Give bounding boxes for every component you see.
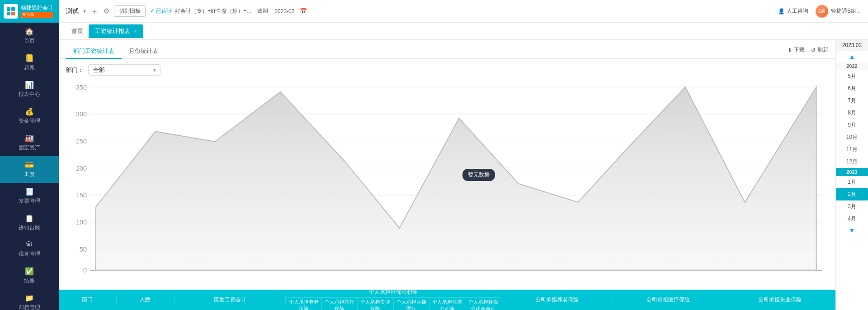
date-month-dec[interactable]: 12月 [836,156,868,168]
sidebar-item-label: 进销台账 [19,224,40,232]
date-month-oct[interactable]: 10月 [836,131,868,143]
subtab-dept[interactable]: 部门工资统计表 [66,44,122,59]
sidebar-item-label: 固定资产 [19,144,40,152]
tax-icon: 🏛 [26,241,33,249]
col-group-personal: 个人承担社保公积金 个人承担养老保险 个人承担医疗保险 个人承担失业保险 个人承… [286,287,501,310]
period-label: 账期 [257,7,268,15]
topbar: 测试 ▾ ＋ ⚙ 切到旧板 ✓ 已认证 好会计（专）+好生意（标）+... 账期… [59,0,868,23]
dept-select-wrapper: 全部 研发部 市场部 人事部 财务部 [88,64,160,76]
svg-text:300: 300 [76,110,87,118]
switch-view-button[interactable]: 切到旧板 [114,5,146,17]
date-month-jun[interactable]: 6月 [836,82,868,95]
table-footer: 部门 人数 应发工资合计 个人承担社保公积金 个人承担养老保险 个人承担医疗 [59,290,835,310]
date-month-jul[interactable]: 7月 [836,95,868,107]
tab-home[interactable]: 首页 [66,24,89,39]
refresh-button[interactable]: ↺ 刷新 [811,46,828,54]
sidebar-item-label: 发票管理 [19,197,40,205]
svg-text:50: 50 [80,246,87,253]
sidebar-item-funds[interactable]: 💰 资金管理 [0,103,59,129]
svg-text:0: 0 [83,267,87,274]
assets-icon: 🏭 [25,134,34,143]
date-year-2022: 2022 [836,62,868,70]
sidebar-item-settle[interactable]: ✅ 结账 [0,262,59,289]
sidebar-item-label: 资金管理 [19,117,40,125]
download-icon: ⬇ [788,47,792,53]
date-month-apr[interactable]: 4月 [836,213,868,225]
sidebar-item-ledger[interactable]: 📒 总账 [0,49,59,76]
add-button[interactable]: ＋ [90,6,99,17]
calendar-icon[interactable]: 📅 [300,8,307,14]
user-avatar: CE [816,5,828,18]
dropdown-arrow-icon[interactable]: ▾ [83,8,86,14]
sidebar-item-tax[interactable]: 🏛 税务管理 [0,236,59,262]
logo-icon [4,4,18,19]
subtab-monthly[interactable]: 月份统计表 [122,44,165,59]
service-button[interactable]: 👤 人工咨询 [778,7,808,15]
date-month-may[interactable]: 5月 [836,70,868,82]
invoice-icon: 🧾 [25,187,34,196]
topbar-title: 测试 [66,7,79,15]
svg-text:200: 200 [76,165,87,172]
col-total-salary: 应发工资合计 [175,296,286,304]
tab-label: 工资统计报表 [95,27,130,35]
tabbar: 首页 工资统计报表 × [59,23,868,40]
settings-gear-icon[interactable]: ⚙ [103,7,109,15]
sidebar-item-label: 总账 [24,64,35,72]
sidebar-item-reports[interactable]: 📊 报表中心 [0,76,59,103]
subtab-actions: ⬇ 下载 ↺ 刷新 [788,46,828,57]
sidebar-item-label: 税务管理 [19,250,40,258]
date-month-aug[interactable]: 8月 [836,107,868,119]
archive-icon: 📁 [25,294,34,302]
sales-icon: 📋 [25,214,34,223]
col-company-pension: 公司承担养老保险 [501,296,613,304]
date-month-mar[interactable]: 3月 [836,200,868,213]
svg-text:150: 150 [76,191,87,199]
tab-salary-report[interactable]: 工资统计报表 × [89,24,143,38]
date-nav-down-button[interactable]: ▼ [836,225,868,236]
date-month-jan[interactable]: 1月 [836,176,868,188]
col-medical: 个人承担医疗保险 [322,298,358,310]
sidebar-item-invoice[interactable]: 🧾 发票管理 [0,183,59,210]
date-month-sep[interactable]: 9月 [836,119,868,131]
col-group-cells: 个人承担养老保险 个人承担医疗保险 个人承担失业保险 个人承担大额医疗 个人承担 [286,298,500,310]
date-nav-up-button[interactable]: ▲ [836,51,868,62]
download-button[interactable]: ⬇ 下载 [788,46,805,54]
date-month-nov[interactable]: 11月 [836,143,868,156]
salary-chart: 350 300 250 200 150 100 50 0 [66,81,828,285]
svg-text:250: 250 [76,138,87,145]
chart-area: 350 300 250 200 150 100 50 0 [59,81,835,290]
filter-bar: 部门： 全部 研发部 市场部 人事部 财务部 [59,59,835,81]
col-unemployment: 个人承担失业保险 [358,298,393,310]
content-wrapper: 部门工资统计表 月份统计表 ⬇ 下载 ↺ 刷新 [59,40,868,310]
sidebar-item-label: 工资 [24,171,35,178]
sidebar-item-label: 结账 [24,277,35,285]
sidebar-nav: 🏠 首页 📒 总账 📊 报表中心 💰 资金管理 🏭 固定资产 💳 工资 🧾 发票… [0,23,59,310]
svg-rect-2 [7,12,10,15]
svg-rect-3 [11,12,15,15]
tab-close-icon[interactable]: × [134,28,137,34]
user-profile[interactable]: CE 轻捷通B组... [816,5,861,18]
sidebar-item-sales[interactable]: 📋 进销台账 [0,210,59,236]
sidebar-item-label: 归档管理 [19,304,40,310]
sidebar-item-assets[interactable]: 🏭 固定资产 [0,129,59,156]
sidebar-item-archive[interactable]: 📁 归档管理 [0,289,59,310]
svg-rect-0 [7,7,10,11]
date-sidebar-header: 2023.02 [836,40,868,51]
col-pension: 个人承担养老保险 [286,298,321,310]
topbar-badges: ✓ 已认证 好会计（专）+好生意（标）+... [150,7,251,15]
svg-marker-20 [96,87,816,270]
sidebar: 畅捷通好会计 专业版 🏠 首页 📒 总账 📊 报表中心 💰 资金管理 🏭 固定资… [0,0,59,310]
main-area: 测试 ▾ ＋ ⚙ 切到旧板 ✓ 已认证 好会计（专）+好生意（标）+... 账期… [59,0,868,310]
col-company-unemployment: 公司承担失业保险 [724,296,835,304]
sidebar-item-label: 报表中心 [19,91,40,98]
sidebar-item-salary[interactable]: 💳 工资 [0,156,59,183]
col-housing-fund: 个人承担住房公积金 [429,298,465,310]
col-dept: 部门 [59,296,117,304]
svg-rect-1 [11,7,15,11]
dept-select[interactable]: 全部 研发部 市场部 人事部 财务部 [88,64,160,76]
svg-text:350: 350 [76,84,87,91]
date-month-feb[interactable]: 2月 [836,188,868,200]
sidebar-item-home[interactable]: 🏠 首页 [0,23,59,49]
date-year-2023: 2023 [836,168,868,176]
date-sidebar: 2023.02 ▲ 2022 5月 6月 7月 8月 9月 10月 11月 12… [835,40,868,310]
